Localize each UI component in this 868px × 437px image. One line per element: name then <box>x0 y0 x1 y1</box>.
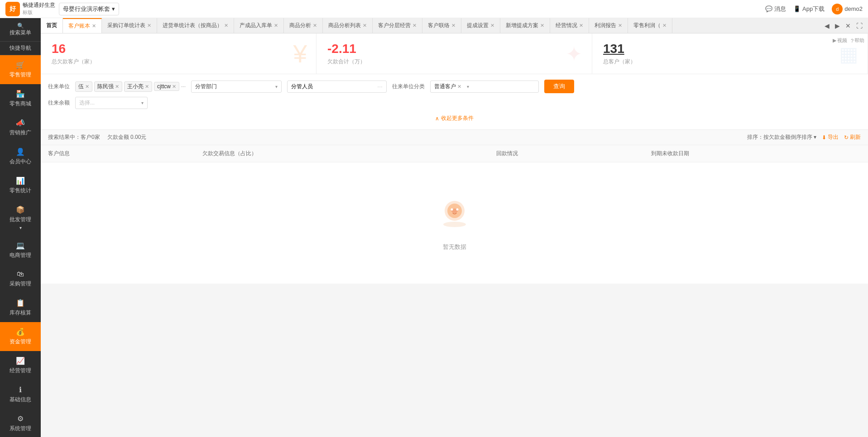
tab-operation[interactable]: 经营情况 ✕ <box>550 18 589 33</box>
tab-new-achieve[interactable]: 新增提成方案 ✕ <box>500 18 550 33</box>
message-link[interactable]: 💬 消息 <box>765 5 786 13</box>
sidebar-item-retail-mgmt[interactable]: 🛒 零售管理 <box>0 55 41 84</box>
sidebar-item-basic-info[interactable]: ℹ 基础信息 <box>0 380 41 409</box>
sidebar-item-operation[interactable]: 📈 经营管理 <box>0 351 41 380</box>
export-label: 导出 <box>828 133 839 141</box>
export-button[interactable]: ⬇ 导出 <box>822 133 839 141</box>
sidebar-item-retail-stats[interactable]: 📊 零售统计 <box>0 171 41 200</box>
tab-label: 利润报告 <box>595 22 616 29</box>
close-icon[interactable]: ✕ <box>490 23 494 28</box>
collapse-button[interactable]: ∧ 收起更多条件 <box>435 113 474 124</box>
close-icon[interactable]: ✕ <box>662 23 667 28</box>
empty-cell: 暂无数据 <box>41 162 868 284</box>
stat-card-debt: ✦ -2.11 欠款合计（万） <box>317 33 592 74</box>
unit-tag-wu[interactable]: 伍 ✕ <box>75 81 92 92</box>
search-result-text: 搜索结果中：客户0家 <box>48 133 100 141</box>
tab-customer-capital[interactable]: 客户账本 ✕ <box>63 18 102 33</box>
stat-label-debt: 欠款合计（万） <box>327 58 581 66</box>
video-label: 视频 <box>837 37 847 44</box>
dept-selector[interactable]: 分管部门 ▾ <box>191 81 282 93</box>
sidebar-item-label: 营销推广 <box>10 129 31 137</box>
filter-row-2: 往来余额 选择... ▾ <box>48 97 861 109</box>
sidebar-item-inventory[interactable]: 📋 库存核算 <box>0 293 41 322</box>
tab-remind-settings[interactable]: 提成设置 ✕ <box>461 18 500 33</box>
shop-icon: 🏪 <box>16 90 25 98</box>
user-info[interactable]: d demo2 <box>832 4 863 14</box>
close-icon[interactable]: ✕ <box>224 23 228 28</box>
tag-close-icon[interactable]: ✕ <box>172 84 176 90</box>
col-repayment: 回款情况 <box>489 145 643 162</box>
tab-customer-contact[interactable]: 客户联络 ✕ <box>422 18 461 33</box>
sidebar-item-purchase[interactable]: 🛍 采购管理 <box>0 265 41 293</box>
tag-close-icon[interactable]: ✕ <box>115 84 119 90</box>
tag-close-icon[interactable]: ✕ <box>145 84 149 90</box>
logo-area: 好 畅捷通好生意 标版 <box>5 2 55 16</box>
video-link[interactable]: ▶ 视频 <box>833 37 847 44</box>
close-icon[interactable]: ✕ <box>618 23 622 28</box>
sidebar-item-finance[interactable]: 💰 资金管理 <box>0 322 41 351</box>
empty-state: 暂无数据 <box>48 168 861 278</box>
close-icon[interactable]: ✕ <box>451 23 456 28</box>
sidebar-item-wholesale[interactable]: 📦 批发管理 ▾ <box>0 200 41 236</box>
tabs-close-all-icon[interactable]: ✕ <box>844 21 853 30</box>
tab-home[interactable]: 首页 <box>41 18 63 33</box>
tab-purchase-stats[interactable]: 进货单统计表（按商品） ✕ <box>157 18 234 33</box>
tab-profit-report[interactable]: 利润报告 ✕ <box>589 18 628 33</box>
tab-purchase-order[interactable]: 采购订单统计表 ✕ <box>102 18 157 33</box>
sidebar-item-ecommerce[interactable]: 💻 电商管理 <box>0 236 41 265</box>
sidebar-item-label: 零售管理 <box>10 71 31 79</box>
tab-label: 客户联络 <box>428 22 450 29</box>
sort-arrow-icon[interactable]: ▾ <box>814 134 816 140</box>
close-icon[interactable]: ✕ <box>92 23 96 29</box>
close-icon[interactable]: ✕ <box>274 23 278 28</box>
sidebar-quick-nav[interactable]: 快捷导航 <box>0 42 41 55</box>
person-more-icon[interactable]: ··· <box>377 83 383 90</box>
app-download-link[interactable]: 📱 App下载 <box>793 5 825 13</box>
tabs-bar: 首页 客户账本 ✕ 采购订单统计表 ✕ 进货单统计表（按商品） ✕ 产成品入库单… <box>41 18 868 33</box>
stat-label-total: 总客户（家） <box>603 58 857 66</box>
store-selector[interactable]: 母婴行业演示帐套 ▾ <box>59 3 119 15</box>
table-body: 暂无数据 <box>41 162 868 284</box>
more-tags-icon[interactable]: ··· <box>181 83 186 90</box>
tab-goods-analysis-list[interactable]: 商品分析列表 ✕ <box>323 18 373 33</box>
tag-close-icon[interactable]: ✕ <box>85 84 89 90</box>
results-actions: 排序：按欠款金额倒序排序 ▾ ⬇ 导出 ↻ 刷新 <box>747 133 861 141</box>
close-icon[interactable]: ✕ <box>313 23 317 28</box>
sidebar-item-system[interactable]: ⚙ 系统管理 <box>0 409 41 437</box>
tabs-maximize-icon[interactable]: ⛶ <box>854 21 864 30</box>
tab-customer-tier[interactable]: 客户分层经营 ✕ <box>373 18 422 33</box>
refresh-button[interactable]: ↻ 刷新 <box>844 133 861 141</box>
unit-tag-cjttcw[interactable]: cjttcw ✕ <box>154 82 179 91</box>
query-button[interactable]: 查询 <box>544 80 574 93</box>
refresh-label: 刷新 <box>850 133 861 141</box>
unit-tag-wang[interactable]: 王小亮 ✕ <box>124 81 152 92</box>
close-icon[interactable]: ✕ <box>540 23 544 28</box>
help-link[interactable]: ? 帮助 <box>851 37 864 44</box>
sidebar-item-member-center[interactable]: 👤 会员中心 <box>0 142 41 171</box>
dept-label: 分管部门 <box>195 83 217 90</box>
tab-goods-analysis[interactable]: 商品分析 ✕ <box>284 18 323 33</box>
balance-selector[interactable]: 选择... ▾ <box>75 97 148 109</box>
category-tag-close[interactable]: ✕ <box>457 84 461 90</box>
close-icon[interactable]: ✕ <box>579 23 583 28</box>
close-icon[interactable]: ✕ <box>412 23 417 28</box>
filters-area: 往来单位 伍 ✕ 陈民强 ✕ 王小亮 ✕ <box>41 74 868 130</box>
category-selector[interactable]: 普通客户 ✕ ▾ <box>430 81 539 93</box>
person-selector[interactable]: 分管人员 ··· <box>287 81 387 93</box>
tabs-prev-icon[interactable]: ◀ <box>823 21 831 30</box>
tab-label: 零售利润（ <box>633 22 661 29</box>
close-icon[interactable]: ✕ <box>363 23 367 28</box>
close-icon[interactable]: ✕ <box>147 23 151 28</box>
tab-label: 产成品入库单 <box>240 22 272 29</box>
tabs-next-icon[interactable]: ▶ <box>833 21 842 30</box>
unit-tag-chen[interactable]: 陈民强 ✕ <box>94 81 122 92</box>
retail-icon: 🛒 <box>16 61 25 69</box>
tab-retail-profit[interactable]: 零售利润（ ✕ <box>628 18 672 33</box>
sidebar-item-label: 电商管理 <box>10 252 31 259</box>
sidebar-item-retail-shop[interactable]: 🏪 零售商城 <box>0 84 41 113</box>
tab-product-in[interactable]: 产成品入库单 ✕ <box>234 18 284 33</box>
app-label: App下载 <box>802 5 825 13</box>
sidebar-item-marketing[interactable]: 📣 营销推广 <box>0 113 41 142</box>
app-icon: 📱 <box>793 5 801 12</box>
sidebar-search[interactable]: 🔍 搜索菜单 <box>0 18 41 42</box>
